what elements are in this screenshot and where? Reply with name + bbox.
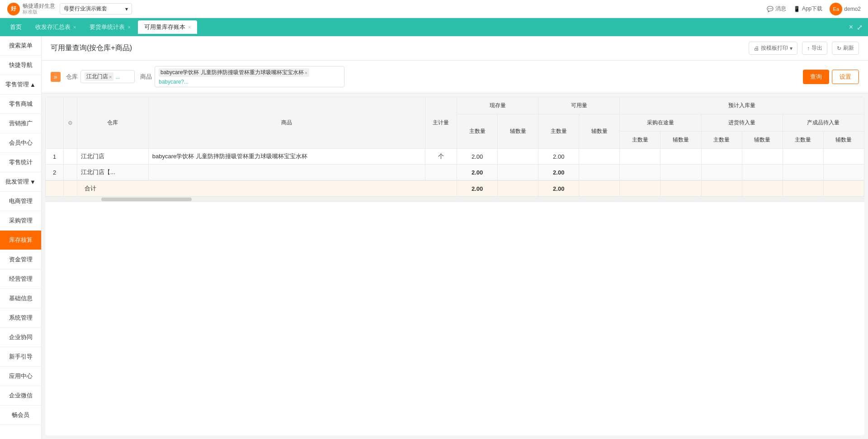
- user-area[interactable]: Ea demo2: [830, 3, 861, 15]
- cell-available-main-1: 2.00: [538, 149, 579, 165]
- cell-inbound-pending-aux-2: [742, 165, 783, 181]
- refresh-btn[interactable]: ↻ 刷新: [832, 42, 859, 55]
- footer-available-aux: [579, 180, 620, 197]
- export-btn[interactable]: ↑ 导出: [802, 42, 827, 55]
- page-actions: 🖨 按模板打印 ▾ ↑ 导出 ↻ 刷新: [749, 42, 859, 55]
- sidebar-item-search-menu[interactable]: 搜索菜单: [0, 36, 41, 56]
- export-icon: ↑: [807, 45, 810, 52]
- cell-warehouse-1: 江北门店: [77, 149, 149, 165]
- sidebar-item-purchase-mgmt[interactable]: 采购管理: [0, 211, 41, 231]
- th-row-num: [46, 97, 64, 149]
- product-more[interactable]: babycare?...: [159, 79, 189, 85]
- product-label: 商品: [140, 73, 152, 81]
- sidebar-item-finance-mgmt[interactable]: 资金管理: [0, 250, 41, 269]
- th-product-pending-main: 主数量: [783, 132, 823, 149]
- sidebar-item-enterprise-collab[interactable]: 企业协同: [0, 328, 41, 347]
- cell-current-main-1: 2.00: [457, 149, 497, 165]
- app-download-btn[interactable]: 📱 App下载: [793, 5, 822, 13]
- th-planned-inbound-group: 预计入库量: [620, 97, 864, 114]
- top-bar-right: 💬 消息 📱 App下载 Ea demo2: [767, 3, 861, 15]
- logo-text: 畅捷通好生意: [23, 3, 55, 9]
- sidebar-item-new-guide[interactable]: 新手引导: [0, 347, 41, 367]
- cell-row-num-2: 2: [46, 165, 64, 181]
- sidebar-item-retail-mall[interactable]: 零售商城: [0, 94, 41, 114]
- refresh-icon: ↻: [837, 45, 841, 52]
- product-filter-group: 商品 babycare学饮杯 儿童防摔防撞吸管杯重力球吸嘴杯宝宝水杯 × bab…: [140, 66, 344, 87]
- nav-expand-btn[interactable]: ⤢: [855, 21, 864, 33]
- th-gear[interactable]: ⚙: [64, 97, 77, 149]
- app-download-icon: 📱: [793, 6, 800, 12]
- print-btn[interactable]: 🖨 按模板打印 ▾: [749, 42, 797, 55]
- footer-empty-1: [46, 180, 64, 197]
- tab-order-stats[interactable]: 要货单统计表 ×: [83, 20, 137, 34]
- cell-inbound-pending-aux-1: [742, 149, 783, 165]
- cell-available-aux-1: [579, 149, 620, 165]
- th-unit: 主计量: [425, 97, 457, 149]
- sidebar-item-wholesale-mgmt[interactable]: 批发管理 ▼: [0, 172, 41, 192]
- footer-purchase-transit-main: [620, 180, 660, 197]
- warehouse-more[interactable]: ...: [115, 74, 120, 80]
- tab-receive-send[interactable]: 收发存汇总表 ×: [29, 20, 82, 34]
- message-label: 消息: [775, 5, 786, 13]
- cell-current-main-2: 2.00: [457, 165, 497, 181]
- scroll-thumb[interactable]: [101, 198, 192, 201]
- sidebar-item-enterprise-wechat[interactable]: 企业微信: [0, 386, 41, 406]
- tab-available-stock-close[interactable]: ×: [188, 24, 191, 30]
- filter-actions: 查询 设置: [803, 70, 859, 84]
- tab-order-stats-label: 要货单统计表: [90, 23, 125, 31]
- warehouse-input[interactable]: 江北门店 × ...: [80, 70, 135, 83]
- wholesale-mgmt-arrow: ▼: [30, 179, 36, 185]
- expand-btn[interactable]: »: [51, 72, 61, 82]
- footer-available-main: 2.00: [538, 180, 579, 197]
- app-download-label: App下载: [802, 5, 822, 13]
- print-icon: 🖨: [754, 45, 759, 52]
- footer-product-pending-main: [783, 180, 823, 197]
- tab-home-label: 首页: [10, 23, 22, 31]
- industry-selector[interactable]: 母婴行业演示账套 ▾: [60, 3, 132, 14]
- th-inbound-pending-group: 进货待入量: [701, 114, 783, 132]
- refresh-label: 刷新: [843, 44, 854, 52]
- cell-gear-2: [64, 165, 77, 181]
- sidebar-item-retail-mgmt[interactable]: 零售管理 ▲: [0, 75, 41, 94]
- sidebar-item-vip-member[interactable]: 畅会员: [0, 406, 41, 425]
- table-row: 1 江北门店 babycare学饮杯 儿童防摔防撞吸管杯重力球吸嘴杯宝宝水杯 个…: [46, 149, 864, 165]
- cell-product-2: [148, 165, 425, 181]
- footer-inbound-pending-aux: [742, 180, 783, 197]
- sidebar-item-system-mgmt[interactable]: 系统管理: [0, 308, 41, 328]
- cell-current-aux-1: [498, 149, 538, 165]
- page-title: 可用量查询(按仓库+商品): [51, 43, 132, 53]
- th-warehouse: 仓库: [77, 97, 149, 149]
- tab-available-stock[interactable]: 可用量库存账本 ×: [138, 20, 197, 34]
- sidebar-item-inventory[interactable]: 库存核算: [0, 231, 41, 250]
- nav-close-btn[interactable]: ×: [847, 21, 855, 33]
- horizontal-scrollbar[interactable]: [45, 197, 864, 202]
- footer-empty-2: [64, 180, 77, 197]
- tab-receive-send-close[interactable]: ×: [73, 24, 76, 30]
- product-tag-1-remove[interactable]: ×: [305, 70, 307, 76]
- sidebar-item-app-center[interactable]: 应用中心: [0, 367, 41, 386]
- sidebar-item-basic-info[interactable]: 基础信息: [0, 289, 41, 308]
- industry-selector-text: 母婴行业演示账套: [64, 5, 107, 13]
- th-purchase-transit-group: 采购在途量: [620, 114, 701, 132]
- sidebar-item-quick-nav[interactable]: 快捷导航: [0, 56, 41, 75]
- warehouse-tag-1-remove[interactable]: ×: [109, 74, 112, 80]
- message-btn[interactable]: 💬 消息: [767, 5, 786, 13]
- sidebar-item-operations-mgmt[interactable]: 经营管理: [0, 269, 41, 289]
- retail-mgmt-arrow: ▲: [30, 81, 36, 88]
- sidebar-item-marketing[interactable]: 营销推广: [0, 114, 41, 133]
- sidebar-item-member-center[interactable]: 会员中心: [0, 133, 41, 153]
- export-label: 导出: [811, 44, 822, 52]
- query-btn[interactable]: 查询: [803, 70, 829, 84]
- tab-order-stats-close[interactable]: ×: [127, 24, 130, 30]
- product-input[interactable]: babycare学饮杯 儿童防摔防撞吸管杯重力球吸嘴杯宝宝水杯 × babyca…: [155, 66, 344, 87]
- warehouse-filter-group: 仓库 江北门店 × ...: [66, 70, 135, 83]
- cell-product-pending-main-2: [783, 165, 823, 181]
- setting-btn[interactable]: 设置: [832, 70, 859, 84]
- sidebar-item-ecommerce-mgmt[interactable]: 电商管理: [0, 192, 41, 211]
- inventory-table: ⚙ 仓库 商品 主计量 现存量 可用量 预计入库量 主数量 辅数量 主数量 辅数…: [45, 97, 864, 197]
- cell-current-aux-2: [498, 165, 538, 181]
- sidebar-item-retail-stats[interactable]: 零售统计: [0, 153, 41, 172]
- warehouse-label: 仓库: [66, 73, 78, 81]
- tab-home[interactable]: 首页: [4, 20, 28, 34]
- footer-inbound-pending-main: [701, 180, 742, 197]
